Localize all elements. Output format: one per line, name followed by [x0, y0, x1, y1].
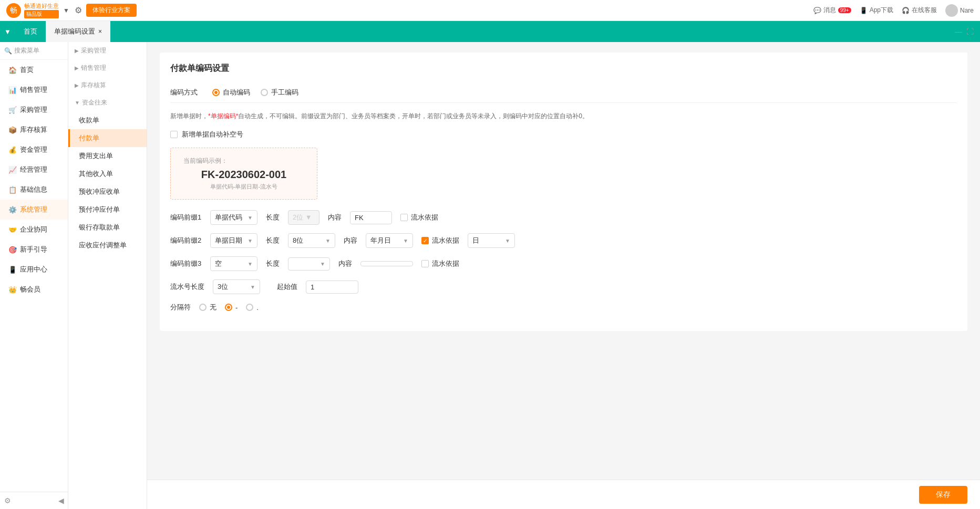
member-icon: 👑 [8, 286, 17, 294]
avatar [945, 4, 958, 17]
sub-menu-payment[interactable]: 付款单 [68, 129, 147, 147]
sub-menu-pre-receivable[interactable]: 预收冲应收单 [68, 183, 147, 201]
group-purchase-arrow: ▶ [75, 48, 79, 54]
system-icon: ⚙️ [8, 206, 17, 214]
nav-dropdown[interactable]: ▼ [63, 7, 69, 14]
message-icon: 💬 [813, 7, 821, 14]
group-capital-title[interactable]: ▼ 资金往来 [68, 94, 147, 111]
prefix3-serial-checkbox-box [421, 260, 429, 267]
search-icon: 🔍 [4, 47, 12, 55]
trial-button[interactable]: 体验行业方案 [86, 4, 137, 17]
topbar-right: 💬 消息 99+ 📱 App下载 🎧 在线客服 Nare [813, 4, 974, 17]
nav-tabs: ▼ 首页 单据编码设置 × — ⛶ [0, 21, 980, 42]
sidebar-item-member[interactable]: 👑 畅会员 [0, 279, 68, 299]
tab-home[interactable]: 首页 [15, 21, 46, 42]
auto-fill-checkbox[interactable] [170, 131, 178, 138]
settings-bottom-icon[interactable]: ⚙ [4, 496, 11, 505]
auto-encode-radio[interactable]: 自动编码 [212, 88, 250, 97]
inventory-icon: 📦 [8, 126, 17, 134]
prefix3-serial-checkbox[interactable]: 流水依据 [421, 259, 459, 268]
message-item[interactable]: 💬 消息 99+ [813, 6, 851, 15]
group-inventory-title[interactable]: ▶ 库存核算 [68, 77, 147, 94]
sub-menu-expense[interactable]: 费用支出单 [68, 147, 147, 165]
sub-menu-pre-payable[interactable]: 预付冲应付单 [68, 201, 147, 219]
preview-code: FK-20230602-001 [183, 169, 304, 181]
prefix2-length-select[interactable]: 8位 ▼ [288, 233, 335, 248]
sep-dot-radio[interactable]: . [246, 304, 259, 311]
group-sales-title[interactable]: ▶ 销售管理 [68, 59, 147, 77]
prefix2-serial-period-arrow: ▼ [505, 238, 510, 244]
bottom-bar: 保存 [147, 480, 980, 509]
sidebar-item-sales[interactable]: 📊 销售管理 [0, 80, 68, 100]
sidebar-item-basic[interactable]: 📋 基础信息 [0, 180, 68, 200]
download-item[interactable]: 📱 App下载 [860, 6, 893, 15]
sidebar-item-finance[interactable]: 💰 资金管理 [0, 140, 68, 160]
collapse-icon[interactable]: ◀ [58, 496, 64, 505]
user-item[interactable]: Nare [945, 4, 974, 17]
serial-length-arrow: ▼ [250, 284, 255, 290]
serial-length-row: 流水号长度 3位 ▼ 起始值 [170, 279, 957, 294]
tab-close-icon[interactable]: × [98, 28, 102, 35]
sidebar-item-guide[interactable]: 🎯 新手引导 [0, 240, 68, 259]
sidebar-item-operations[interactable]: 📈 经营管理 [0, 160, 68, 180]
prefix-row-2: 编码前缀2 单据日期 ▼ 长度 8位 ▼ 内容 年月日 ▼ [170, 233, 957, 248]
group-purchase: ▶ 采购管理 [68, 42, 147, 59]
sep-dash-radio[interactable]: - [225, 304, 238, 311]
sub-menu-bank-deposit[interactable]: 银行存取款单 [68, 219, 147, 236]
prefix1-serial-checkbox[interactable]: 流水依据 [400, 213, 438, 222]
sidebar-item-home[interactable]: 🏠 首页 [0, 60, 68, 80]
prefix2-content-select[interactable]: 年月日 ▼ [366, 233, 413, 248]
tab-expand-icon[interactable]: ▼ [0, 28, 15, 36]
search-menu[interactable]: 🔍 搜索菜单 [0, 42, 68, 60]
sub-menu-other-income[interactable]: 其他收入单 [68, 165, 147, 183]
sidebar-item-apps[interactable]: 📱 应用中心 [0, 259, 68, 279]
serial-length-label: 流水号长度 [170, 282, 204, 292]
prefix3-content-label: 内容 [338, 259, 352, 268]
group-purchase-title[interactable]: ▶ 采购管理 [68, 42, 147, 59]
prefix1-content-value: FK [350, 211, 392, 224]
group-inventory-arrow: ▶ [75, 82, 79, 88]
manual-encode-radio[interactable]: 手工编码 [261, 88, 298, 97]
sidebar-item-purchase[interactable]: 🛒 采购管理 [0, 100, 68, 120]
enterprise-icon: 🤝 [8, 226, 17, 234]
prefix3-select[interactable]: 空 ▼ [210, 256, 257, 271]
sub-sidebar: ▶ 采购管理 ▶ 销售管理 ▶ 库存核算 ▼ 资金往来 收款单 [68, 42, 147, 509]
start-value-label: 起始值 [277, 282, 297, 292]
prefix1-select[interactable]: 单据代码 ▼ [210, 210, 257, 225]
auto-fill-row: 新增单据自动补空号 [170, 130, 957, 139]
minimize-button[interactable]: — [955, 27, 962, 36]
sidebar-bottom: ⚙ ◀ [0, 492, 68, 509]
logo-icon: 畅 [6, 3, 21, 18]
home-icon: 🏠 [8, 66, 17, 74]
serial-length-select[interactable]: 3位 ▼ [213, 279, 260, 294]
sep-none-radio[interactable]: 无 [199, 303, 216, 312]
prefix2-serial-checkbox-box: ✓ [421, 237, 429, 244]
prefix2-content-label: 内容 [344, 236, 357, 245]
tab-encoding-label: 单据编码设置 [54, 27, 95, 36]
prefix2-serial-checkbox[interactable]: ✓ 流水依据 [421, 236, 459, 245]
save-button[interactable]: 保存 [919, 486, 967, 504]
preview-box: 当前编码示例： FK-20230602-001 单据代码-单据日期-流水号 [170, 148, 317, 200]
sub-menu-receipt[interactable]: 收款单 [68, 111, 147, 129]
maximize-button[interactable]: ⛶ [966, 27, 974, 36]
start-value-input[interactable] [306, 281, 358, 294]
auto-fill-label: 新增单据自动补空号 [182, 130, 243, 139]
prefix2-serial-period-select[interactable]: 日 ▼ [468, 233, 515, 248]
group-sales: ▶ 销售管理 [68, 59, 147, 77]
preview-label: 当前编码示例： [183, 157, 304, 165]
sidebar-item-enterprise[interactable]: 🤝 企业协同 [0, 220, 68, 240]
sep-none-dot [199, 304, 207, 311]
prefix1-length-arrow: ▼ [305, 213, 312, 221]
tab-encoding[interactable]: 单据编码设置 × [46, 21, 110, 42]
prefix3-length-select[interactable]: ▼ [288, 257, 330, 271]
sub-menu-ap-adjust[interactable]: 应收应付调整单 [68, 236, 147, 254]
service-item[interactable]: 🎧 在线客服 [902, 6, 937, 15]
sidebar-item-inventory[interactable]: 📦 库存核算 [0, 120, 68, 140]
sales-icon: 📊 [8, 86, 17, 94]
auto-encode-radio-dot [212, 89, 220, 96]
settings-icon[interactable]: ⚙ [75, 5, 82, 15]
prefix2-select[interactable]: 单据日期 ▼ [210, 233, 257, 248]
prefix3-length-arrow: ▼ [320, 261, 325, 267]
prefix3-label: 编码前缀3 [170, 259, 202, 268]
sidebar-item-system[interactable]: ⚙️ 系统管理 [0, 200, 68, 220]
